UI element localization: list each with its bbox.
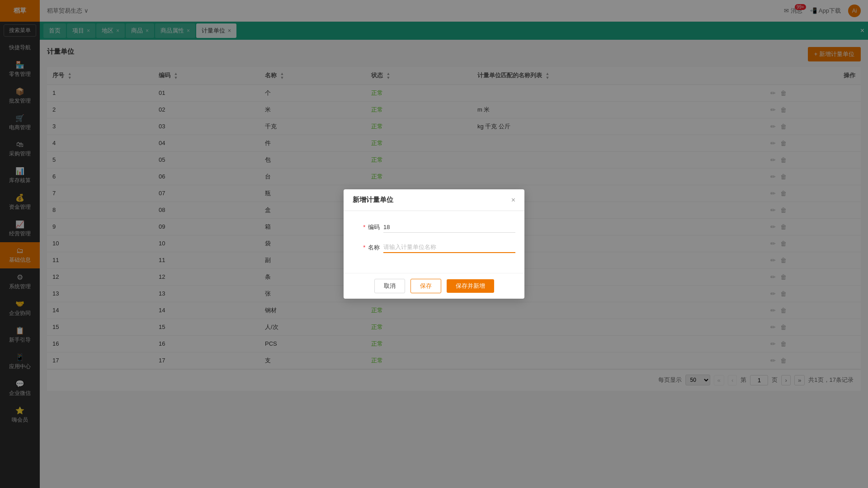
save-button[interactable]: 保存 bbox=[410, 279, 441, 293]
modal-close-button[interactable]: × bbox=[511, 196, 515, 204]
save-and-new-button[interactable]: 保存并新增 bbox=[447, 279, 494, 293]
name-label: * 名称 bbox=[353, 244, 380, 252]
modal-overlay: 新增计量单位 × * 编码 * 名称 取消 保存 保存并新增 bbox=[0, 0, 868, 488]
modal-body: * 编码 * 名称 bbox=[344, 211, 524, 273]
required-mark-2: * bbox=[363, 244, 365, 251]
modal-title: 新增计量单位 bbox=[353, 196, 393, 204]
code-label: * 编码 bbox=[353, 223, 380, 231]
code-form-row: * 编码 bbox=[353, 222, 515, 233]
add-unit-modal: 新增计量单位 × * 编码 * 名称 取消 保存 保存并新增 bbox=[344, 189, 524, 299]
required-mark: * bbox=[363, 224, 365, 230]
cancel-button[interactable]: 取消 bbox=[374, 279, 405, 293]
modal-header: 新增计量单位 × bbox=[344, 189, 524, 211]
name-form-row: * 名称 bbox=[353, 242, 515, 253]
modal-footer: 取消 保存 保存并新增 bbox=[344, 273, 524, 299]
code-input[interactable] bbox=[383, 222, 515, 233]
name-input[interactable] bbox=[383, 242, 515, 253]
